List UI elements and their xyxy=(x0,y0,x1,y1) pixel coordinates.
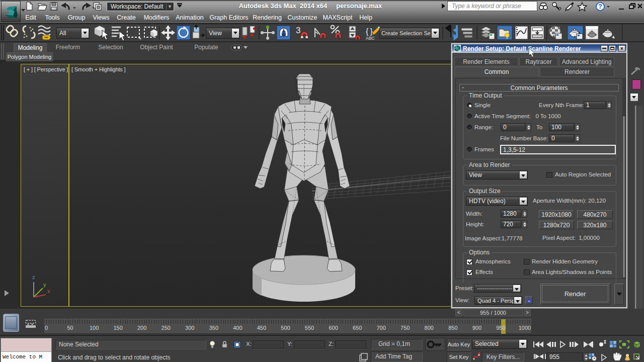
svg-text:z: z xyxy=(32,274,35,280)
svg-text:{ }: { } xyxy=(366,27,373,36)
svg-text:?: ? xyxy=(598,3,602,10)
svg-text:x: x xyxy=(47,288,50,294)
svg-text:3: 3 xyxy=(296,26,300,35)
svg-text:ABC: ABC xyxy=(366,36,374,41)
svg-text:y: y xyxy=(43,282,46,288)
